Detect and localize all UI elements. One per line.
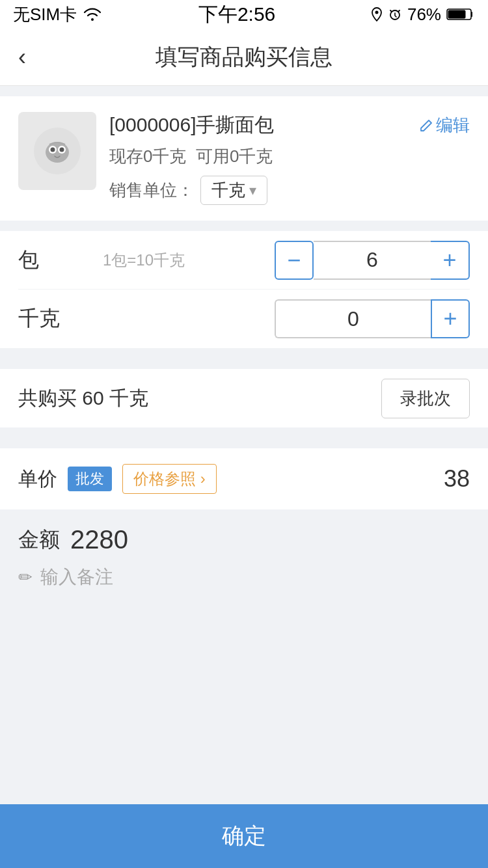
input-section: 包 1包=10千克 − + 千克 + bbox=[0, 231, 488, 348]
kg-plus-button[interactable]: + bbox=[431, 299, 470, 338]
wifi-icon bbox=[82, 7, 103, 21]
unit-label: 销售单位： bbox=[109, 179, 194, 202]
product-name: [0000006]手撕面包 bbox=[109, 112, 274, 139]
unit-select[interactable]: 千克 ▾ bbox=[200, 176, 267, 205]
section-separator-1 bbox=[0, 221, 488, 231]
edit-button[interactable]: 编辑 bbox=[419, 114, 470, 137]
bao-label: 包 bbox=[18, 246, 96, 275]
kg-qty-controls: + bbox=[275, 299, 470, 338]
back-button[interactable]: ‹ bbox=[18, 44, 26, 71]
svg-rect-3 bbox=[448, 10, 465, 19]
page-title: 填写商品购买信息 bbox=[156, 42, 332, 72]
price-value: 38 bbox=[444, 465, 470, 493]
content-spacer bbox=[0, 605, 488, 800]
edit-label: 编辑 bbox=[436, 114, 470, 137]
unit-dropdown-arrow: ▾ bbox=[249, 182, 256, 199]
confirm-button[interactable]: 确定 bbox=[0, 804, 488, 868]
summary-section: 共购买 60 千克 录批次 bbox=[0, 369, 488, 427]
batch-button[interactable]: 录批次 bbox=[381, 379, 470, 418]
status-left: 无SIM卡 bbox=[13, 3, 103, 26]
note-placeholder: 输入备注 bbox=[40, 565, 113, 590]
product-unit-row: 销售单位： 千克 ▾ bbox=[109, 176, 470, 205]
svg-point-5 bbox=[46, 142, 69, 163]
svg-point-0 bbox=[375, 11, 378, 14]
price-type-badge: 批发 bbox=[68, 467, 112, 491]
svg-point-8 bbox=[51, 148, 55, 152]
pencil-icon: ✏ bbox=[18, 567, 33, 588]
product-image bbox=[18, 112, 96, 190]
status-bar: 无SIM卡 下午2:56 76% bbox=[0, 0, 488, 29]
nav-bar: ‹ 填写商品购买信息 bbox=[0, 29, 488, 86]
note-row[interactable]: ✏ 输入备注 bbox=[18, 565, 470, 590]
bao-qty-controls: − + bbox=[275, 241, 470, 280]
price-row: 单价 批发 价格参照 › 38 bbox=[18, 464, 470, 494]
amount-label: 金额 bbox=[18, 526, 60, 554]
edit-icon bbox=[419, 118, 433, 133]
price-ref-button[interactable]: 价格参照 › bbox=[122, 464, 217, 494]
bao-qty-input[interactable] bbox=[314, 241, 431, 280]
summary-row: 共购买 60 千克 录批次 bbox=[18, 369, 470, 427]
carrier-text: 无SIM卡 bbox=[13, 3, 77, 26]
bao-hint: 1包=10千克 bbox=[103, 250, 275, 271]
price-label: 单价 bbox=[18, 466, 57, 493]
location-icon bbox=[371, 7, 383, 21]
svg-point-9 bbox=[60, 148, 64, 152]
product-info: [0000006]手撕面包 编辑 现存0千克 可用0千克 销售单位： 千克 ▾ bbox=[109, 112, 470, 205]
amount-section: 金额 2280 ✏ 输入备注 bbox=[0, 509, 488, 605]
price-section: 单价 批发 价格参照 › 38 bbox=[0, 448, 488, 509]
status-time: 下午2:56 bbox=[198, 1, 275, 28]
unit-value: 千克 bbox=[211, 179, 245, 202]
kg-label: 千克 bbox=[18, 305, 96, 333]
kg-qty-input[interactable] bbox=[275, 299, 431, 338]
status-right: 76% bbox=[371, 5, 475, 25]
summary-text: 共购买 60 千克 bbox=[18, 385, 381, 412]
confirm-button-label: 确定 bbox=[222, 821, 266, 851]
alarm-icon bbox=[388, 7, 402, 21]
battery-text: 76% bbox=[407, 5, 441, 25]
section-separator-2 bbox=[0, 348, 488, 359]
product-card: [0000006]手撕面包 编辑 现存0千克 可用0千克 销售单位： 千克 ▾ bbox=[0, 96, 488, 221]
amount-row: 金额 2280 bbox=[18, 525, 470, 554]
product-stock: 现存0千克 可用0千克 bbox=[109, 145, 470, 168]
amount-value: 2280 bbox=[70, 525, 128, 554]
bao-input-row: 包 1包=10千克 − + bbox=[18, 231, 470, 290]
battery-icon bbox=[446, 7, 475, 21]
bao-minus-button[interactable]: − bbox=[275, 241, 314, 280]
bao-plus-button[interactable]: + bbox=[431, 241, 470, 280]
kg-input-row: 千克 + bbox=[18, 290, 470, 348]
section-separator-3 bbox=[0, 427, 488, 438]
product-logo bbox=[31, 125, 83, 177]
